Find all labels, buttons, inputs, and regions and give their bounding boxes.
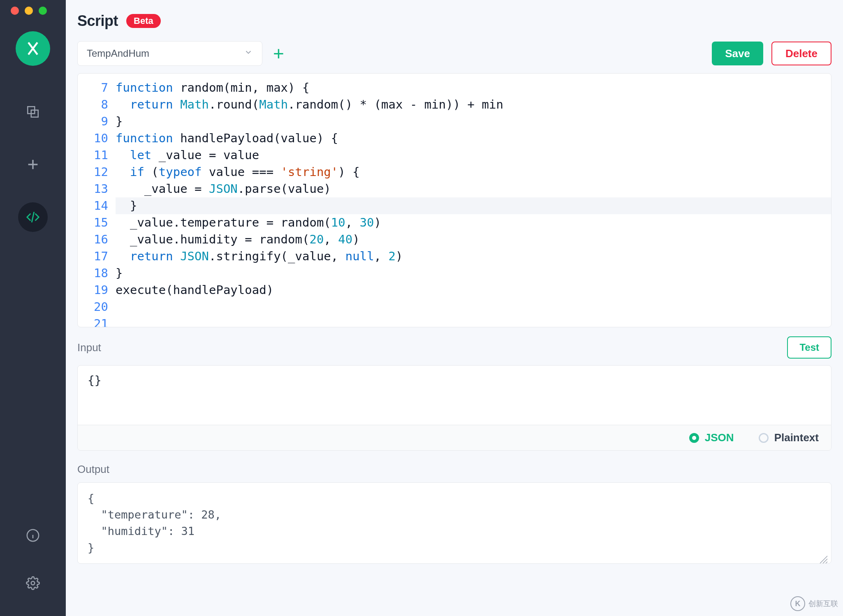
add-script-button[interactable]: + <box>271 44 287 63</box>
sidebar-item-add[interactable] <box>18 150 48 179</box>
input-section-header: Input Test <box>77 336 831 359</box>
output-label: Output <box>77 463 109 476</box>
editor-code[interactable]: function random(min, max) { return Math.… <box>112 74 831 327</box>
watermark: K 创新互联 <box>790 596 838 611</box>
format-radio-plaintext[interactable]: Plaintext <box>759 431 819 444</box>
chevron-down-icon <box>244 48 253 59</box>
minimize-window-icon[interactable] <box>25 7 33 15</box>
format-radio-json[interactable]: JSON <box>689 431 734 444</box>
sidebar-item-connections[interactable] <box>18 97 48 127</box>
delete-button[interactable]: Delete <box>771 42 831 65</box>
output-panel: { "temperature": 28, "humidity": 31 } <box>77 482 831 564</box>
code-editor[interactable]: 789101112131415161718192021 function ran… <box>77 73 831 327</box>
sidebar <box>0 0 66 616</box>
script-select[interactable]: TempAndHum <box>77 41 262 66</box>
radio-dot-icon <box>759 433 769 443</box>
app-logo-icon <box>16 31 50 66</box>
watermark-badge-icon: K <box>790 596 805 611</box>
output-body: { "temperature": 28, "humidity": 31 } <box>78 483 831 563</box>
watermark-text: 创新互联 <box>808 599 838 609</box>
script-select-value: TempAndHum <box>87 48 149 59</box>
main-content: Script Beta TempAndHum + Save Delete 789… <box>66 0 843 616</box>
resize-handle-icon[interactable] <box>819 552 828 561</box>
input-body[interactable]: {} <box>78 366 831 425</box>
radio-dot-icon <box>689 433 699 443</box>
sidebar-item-settings[interactable] <box>18 568 48 598</box>
page-title: Script <box>77 12 118 30</box>
save-button[interactable]: Save <box>712 42 763 65</box>
input-format-selector: JSON Plaintext <box>78 425 831 450</box>
window-controls <box>11 7 47 15</box>
sidebar-item-script[interactable] <box>18 202 48 232</box>
input-panel: {} JSON Plaintext <box>77 365 831 451</box>
svg-point-3 <box>31 581 35 585</box>
output-section-header: Output <box>77 463 831 476</box>
input-label: Input <box>77 341 101 354</box>
close-window-icon[interactable] <box>11 7 19 15</box>
test-button[interactable]: Test <box>787 336 831 359</box>
maximize-window-icon[interactable] <box>39 7 47 15</box>
sidebar-item-info[interactable] <box>18 521 48 550</box>
page-header: Script Beta <box>77 12 831 30</box>
beta-badge: Beta <box>126 14 161 28</box>
toolbar: TempAndHum + Save Delete <box>77 41 831 66</box>
editor-gutter: 789101112131415161718192021 <box>78 74 112 327</box>
